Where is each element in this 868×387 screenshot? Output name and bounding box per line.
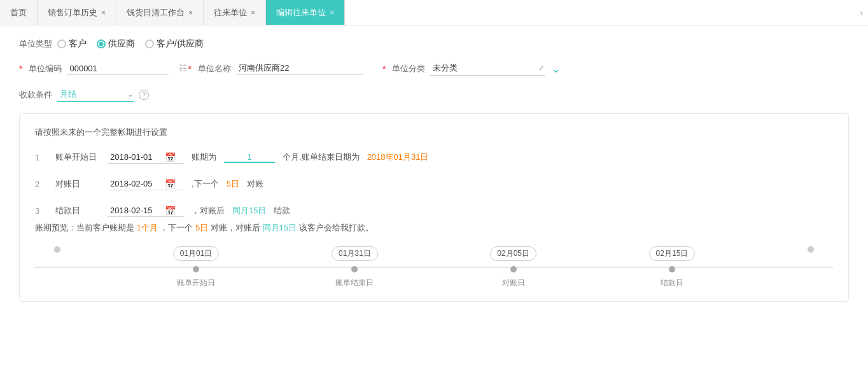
data-row-3: 3 结款日 📅 ，对账后 同月15日 结款	[35, 204, 833, 217]
row-2-date-wrap: 📅	[108, 178, 184, 190]
form-row-codes: * 单位编码 000001 ☷ * 单位名称 * 单位分类 未分类 ✓ ⌄	[19, 61, 849, 76]
timeline-point-3: 02月05日 对账日	[490, 246, 536, 288]
data-row-2: 2 对账日 📅 ,下一个 5日 对账	[35, 178, 833, 190]
row-2-date-input[interactable]	[108, 178, 165, 190]
row-3-highlight: 同月15日	[232, 205, 266, 216]
tab-sales-order-close[interactable]: ×	[101, 8, 106, 17]
row-3-label: 结款日	[55, 205, 100, 216]
radio-both[interactable]: 客户/供应商	[145, 38, 204, 50]
tab-cashier-label: 钱货日清工作台	[127, 7, 185, 18]
tab-edit-partner[interactable]: 编辑往来单位 ×	[266, 0, 345, 25]
unit-name-label: 单位名称	[198, 63, 231, 74]
timeline-dot-1	[193, 266, 199, 272]
row-1-highlight: 2018年01月31日	[367, 151, 429, 163]
tab-bar: 首页 销售订单历史 × 钱货日清工作台 × 往来单位 × 编辑往来单位 × ›	[0, 0, 868, 25]
unit-code-icon[interactable]: ☷	[179, 63, 187, 73]
tab-partner[interactable]: 往来单位 ×	[204, 0, 266, 25]
timeline: 01月01日 账单开始日 01月31日 账单结束日 02月05日 对账	[35, 246, 833, 288]
row-3-desc-after: 结款	[274, 205, 290, 216]
row-2-highlight: 5日	[227, 178, 239, 190]
unit-code-label: 单位编码	[29, 63, 62, 74]
preview-text: 账期预览：当前客户账期是 1个月 ，下一个 5日 对账，对账后 同月15日 该客…	[35, 222, 833, 234]
form-row-unit-type: 单位类型 客户 供应商 客户/供应商	[19, 38, 849, 50]
preview-part2: 5日	[195, 223, 208, 232]
radio-both-label: 客户/供应商	[157, 38, 204, 50]
preview-part1: 1个月	[137, 223, 158, 232]
row-3-cal-icon[interactable]: 📅	[165, 206, 176, 216]
preview-sep1: ，下一个	[160, 223, 193, 232]
unit-code-star: *	[19, 64, 22, 74]
preview-section: 账期预览：当前客户账期是 1个月 ，下一个 5日 对账，对账后 同月15日 该客…	[35, 222, 833, 288]
row-1-desc-before: 账期为	[192, 151, 216, 163]
timeline-label-2: 账单结束日	[335, 278, 374, 288]
field-unit-category: * 单位分类 未分类 ✓ ⌄	[382, 61, 561, 76]
unit-name-star: *	[188, 64, 191, 74]
tab-edit-partner-label: 编辑往来单位	[276, 7, 326, 18]
row-2-desc-before: ,下一个	[192, 178, 219, 190]
row-1-date-wrap: 📅	[108, 151, 184, 164]
timeline-end-circle	[808, 246, 814, 253]
tab-partner-close[interactable]: ×	[251, 8, 255, 17]
payment-terms-chevron: ⌄	[127, 90, 134, 99]
row-1-period-input[interactable]	[224, 152, 275, 163]
card-title: 请按照未来的一个完整帐期进行设置	[35, 127, 833, 138]
tab-sales-order[interactable]: 销售订单历史 ×	[38, 0, 116, 25]
field-unit-code: * 单位编码 000001 ☷	[19, 62, 169, 75]
form-row-payment: 收款条件 月结 ⌄ ?	[19, 87, 849, 102]
unit-category-star: *	[382, 64, 386, 74]
timeline-label-3: 对账日	[502, 278, 525, 288]
timeline-badge-4: 02月15日	[649, 246, 696, 261]
row-3-date-input[interactable]	[108, 204, 165, 216]
row-3-date-wrap: 📅	[108, 204, 184, 217]
timeline-point-4: 02月15日 结款日	[649, 246, 696, 288]
tab-edit-partner-close[interactable]: ×	[330, 8, 334, 17]
unit-category-chevron: ✓	[538, 64, 545, 73]
tab-home[interactable]: 首页	[0, 0, 38, 25]
tab-cashier[interactable]: 钱货日清工作台 ×	[116, 0, 204, 25]
preview-label: 账期预览：当前客户账期是	[35, 223, 134, 232]
radio-customer[interactable]: 客户	[57, 38, 87, 50]
timeline-point-2: 01月31日 账单结束日	[332, 246, 378, 288]
radio-supplier[interactable]: 供应商	[97, 38, 135, 50]
timeline-label-1: 账单开始日	[177, 278, 215, 288]
timeline-dot-4	[669, 266, 675, 272]
timeline-end-dot	[808, 246, 814, 288]
tab-cashier-close[interactable]: ×	[188, 8, 193, 17]
preview-sep2: 对账，对账后	[211, 223, 260, 232]
tab-scroll-right[interactable]: ›	[855, 0, 868, 25]
radio-supplier-circle	[97, 39, 106, 48]
unit-category-arrow-icon: ⌄	[551, 62, 561, 76]
row-1-label: 账单开始日	[55, 151, 100, 163]
content-area: 单位类型 客户 供应商 客户/供应商 * 单位编码	[0, 25, 868, 387]
data-row-1: 1 账单开始日 📅 账期为 个月,账单结束日期为 2018年01月31日	[35, 151, 833, 164]
payment-terms-value: 月结	[57, 87, 127, 101]
preview-part3: 同月15日	[263, 223, 297, 232]
unit-type-label: 单位类型	[19, 38, 52, 50]
unit-category-value: 未分类	[430, 61, 538, 75]
unit-category-select[interactable]: 未分类 ✓	[430, 61, 545, 76]
tab-sales-order-label: 销售订单历史	[48, 7, 97, 18]
row-2-label: 对账日	[55, 178, 100, 190]
unit-code-input[interactable]: 000001	[67, 62, 179, 74]
payment-help-icon[interactable]: ?	[139, 90, 149, 100]
row-3-num: 3	[35, 206, 48, 216]
field-payment-terms: 收款条件 月结 ⌄ ?	[19, 87, 149, 102]
field-unit-name: * 单位名称	[188, 62, 363, 75]
unit-name-input[interactable]	[236, 62, 363, 75]
payment-terms-select[interactable]: 月结 ⌄	[57, 87, 134, 102]
unit-code-input-wrap: 000001 ☷	[67, 62, 169, 75]
row-3-desc-before: ，对账后	[192, 205, 225, 216]
timeline-label-4: 结款日	[661, 278, 683, 288]
timeline-start-dot	[54, 246, 60, 288]
row-1-cal-icon[interactable]: 📅	[165, 152, 176, 162]
field-unit-type: 单位类型 客户 供应商 客户/供应商	[19, 38, 204, 50]
preview-suffix: 该客户会给我打款。	[299, 223, 374, 232]
timeline-points: 01月01日 账单开始日 01月31日 账单结束日 02月05日 对账	[54, 246, 814, 288]
radio-customer-label: 客户	[69, 38, 87, 50]
row-2-desc-after: 对账	[247, 178, 263, 190]
row-1-date-input[interactable]	[108, 151, 165, 163]
row-2-num: 2	[35, 179, 48, 189]
payment-terms-label: 收款条件	[19, 89, 52, 101]
unit-category-label: 单位分类	[392, 63, 425, 74]
row-2-cal-icon[interactable]: 📅	[165, 179, 176, 189]
